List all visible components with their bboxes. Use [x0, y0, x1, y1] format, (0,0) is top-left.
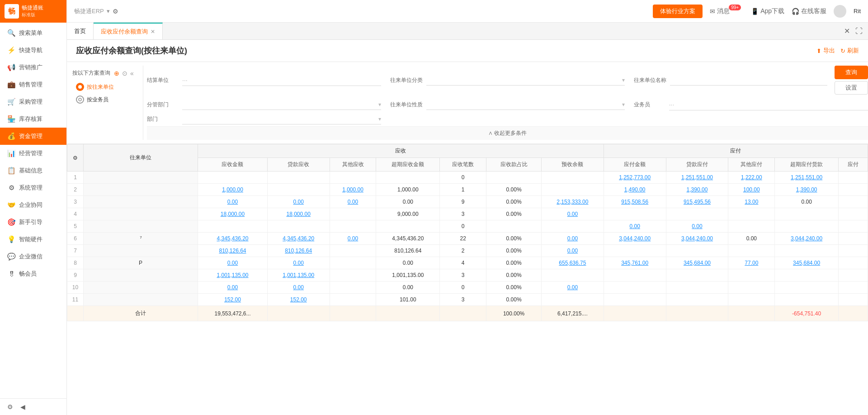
- dept2-select[interactable]: ▾: [182, 114, 381, 124]
- sidebar-item-basicinfo[interactable]: 📋 基础信息: [0, 162, 66, 179]
- pay-other-cell[interactable]: 100.00: [728, 184, 775, 196]
- tab-receivable[interactable]: 应收应付余额查询 ✕: [94, 23, 163, 39]
- settlement-input[interactable]: ···: [182, 75, 381, 86]
- collapse-btn[interactable]: ◀: [20, 403, 25, 410]
- tab-fullscreen-btn[interactable]: ⛶: [855, 27, 863, 35]
- unitname-input[interactable]: [670, 75, 827, 86]
- filter-collapse-btn[interactable]: «: [130, 70, 134, 77]
- rec-loan-cell[interactable]: 0.00: [267, 257, 330, 269]
- filter-add-btn[interactable]: ⊕: [114, 70, 119, 77]
- sidebar-item-operations[interactable]: 📊 经营管理: [0, 145, 66, 162]
- rec-amount-cell[interactable]: 1,000.00: [198, 184, 268, 196]
- collapse-more-btn[interactable]: ∧ 收起更多条件: [147, 126, 868, 140]
- sidebar-item-system[interactable]: ⚙ 系统管理: [0, 179, 66, 196]
- rec-other-cell[interactable]: 1,000.00: [330, 184, 376, 196]
- sidebar-item-guide[interactable]: 🎯 新手引导: [0, 214, 66, 231]
- rec-loan-cell[interactable]: 4,345,436.20: [267, 233, 330, 245]
- pay-other-cell[interactable]: 77.00: [728, 257, 775, 269]
- finance-icon: 💰: [7, 132, 15, 140]
- rec-loan-cell[interactable]: 0.00: [267, 281, 330, 294]
- pay-amount-cell[interactable]: 1,490.00: [604, 184, 666, 196]
- filter-option-unit[interactable]: 按往来单位: [72, 81, 134, 93]
- row-num: 10: [67, 281, 84, 294]
- pay-loan-cell[interactable]: 915,495.56: [666, 196, 728, 208]
- rec-loan-cell[interactable]: 18,000.00: [267, 208, 330, 220]
- sidebar-item-quicknav[interactable]: ⚡ 快捷导航: [0, 42, 66, 59]
- rec-advance-cell[interactable]: 2,153,333.00: [541, 196, 604, 208]
- pay-suffix-cell: [839, 257, 868, 269]
- nature-select[interactable]: ▾: [426, 100, 624, 110]
- rec-amount-cell[interactable]: 0.00: [198, 281, 268, 294]
- rec-other-cell[interactable]: 0.00: [330, 196, 376, 208]
- sidebar-item-finance[interactable]: 💰 资金管理: [0, 128, 66, 145]
- query-btn[interactable]: 查询: [835, 66, 868, 79]
- pay-amount-cell[interactable]: 915,508.56: [604, 196, 666, 208]
- rec-amount-cell[interactable]: 4,345,436.20: [198, 233, 268, 245]
- pay-other-cell[interactable]: 13.00: [728, 196, 775, 208]
- sidebar-item-marketing[interactable]: 📢 营销推广: [0, 59, 66, 76]
- settings-btn[interactable]: ⚙: [7, 403, 13, 410]
- sidebar-item-purchase[interactable]: 🛒 采购管理: [0, 93, 66, 110]
- dept-manage-select[interactable]: ▾: [182, 100, 381, 110]
- messages-btn[interactable]: ✉ 消息 99+: [710, 7, 744, 15]
- col-pay-amount: 应付金额: [604, 158, 666, 172]
- sidebar-item-inventory[interactable]: 🏪 库存核算: [0, 110, 66, 128]
- pay-amount-cell[interactable]: 0.00: [604, 220, 666, 233]
- rec-advance-cell[interactable]: 655,636.75: [541, 257, 604, 269]
- pay-overdue-cell[interactable]: 345,684.00: [775, 257, 839, 269]
- pay-loan-cell[interactable]: 345,684.00: [666, 257, 728, 269]
- filter-option-salesman[interactable]: 按业务员: [72, 93, 134, 106]
- tab-close-btn[interactable]: ✕: [151, 29, 155, 35]
- rec-advance-cell[interactable]: 0.00: [541, 281, 604, 294]
- pay-loan-cell[interactable]: 1,390.00: [666, 184, 728, 196]
- pay-loan-cell[interactable]: 1,251,551.00: [666, 172, 728, 184]
- sidebar-item-member[interactable]: 🎖 畅会员: [0, 265, 66, 282]
- sidebar-item-search-label: 搜索菜单: [19, 29, 42, 37]
- pay-amount-cell[interactable]: 1,252,773.00: [604, 172, 666, 184]
- rec-amount-cell[interactable]: 810,126.64: [198, 245, 268, 257]
- col-settings[interactable]: ⚙: [67, 144, 84, 172]
- pay-loan-cell[interactable]: 3,044,240.00: [666, 233, 728, 245]
- salesman-input[interactable]: ···: [669, 99, 868, 110]
- rec-advance-cell[interactable]: 0.00: [541, 208, 604, 220]
- topbar-gear-btn[interactable]: ⚙: [113, 8, 118, 15]
- pay-amount-cell[interactable]: 3,044,240.00: [604, 233, 666, 245]
- table-container[interactable]: ⚙ 往来单位 应收 应付 应收金额 贷款应收 其他应收 超期应收金额 应收笔数 …: [67, 144, 868, 415]
- rec-loan-cell[interactable]: 810,126.64: [267, 245, 330, 257]
- refresh-btn[interactable]: ↻ 刷新: [840, 47, 859, 55]
- industry-btn[interactable]: 体验行业方案: [653, 5, 703, 18]
- tab-home[interactable]: 首页: [67, 23, 94, 39]
- rec-amount-cell[interactable]: 18,000.00: [198, 208, 268, 220]
- pay-other-cell[interactable]: 1,222.00: [728, 172, 775, 184]
- pay-overdue-cell[interactable]: 1,251,551.00: [775, 172, 839, 184]
- sidebar-item-collab[interactable]: 🤝 企业协同: [0, 196, 66, 214]
- rec-other-cell[interactable]: 0.00: [330, 233, 376, 245]
- setting-btn[interactable]: 设置: [835, 81, 868, 95]
- rec-loan-cell[interactable]: 0.00: [267, 196, 330, 208]
- export-btn[interactable]: ⬆ 导出: [816, 47, 835, 55]
- pay-amount-cell[interactable]: 345,761.00: [604, 257, 666, 269]
- pay-overdue-cell[interactable]: 3,044,240.00: [775, 233, 839, 245]
- rec-advance-cell[interactable]: 0.00: [541, 245, 604, 257]
- rec-amount-cell[interactable]: 0.00: [198, 196, 268, 208]
- filter-field-nature: 往来单位性质 ▾: [390, 99, 624, 110]
- sidebar-item-search[interactable]: 🔍 搜索菜单: [0, 24, 66, 42]
- sidebar-item-sales[interactable]: 💼 销售管理: [0, 76, 66, 93]
- rec-amount-cell[interactable]: 152.00: [198, 294, 268, 306]
- tab-close-window-btn[interactable]: ✕: [844, 27, 850, 35]
- rec-amount-cell[interactable]: 1,001,135.00: [198, 269, 268, 281]
- rec-loan-cell[interactable]: 152.00: [267, 294, 330, 306]
- online-service-btn[interactable]: 🎧 在线客服: [792, 7, 826, 15]
- partner-cell: [84, 281, 198, 294]
- rec-advance-cell[interactable]: 0.00: [541, 233, 604, 245]
- sidebar-item-hardware[interactable]: 💡 智能硬件: [0, 231, 66, 248]
- pay-overdue-cell[interactable]: 1,390.00: [775, 184, 839, 196]
- app-download-btn[interactable]: 📱 App下载: [751, 7, 784, 15]
- rec-amount-cell[interactable]: 0.00: [198, 257, 268, 269]
- pay-loan-cell[interactable]: 0.00: [666, 220, 728, 233]
- rec-loan-cell[interactable]: 1,001,135.00: [267, 269, 330, 281]
- category-select[interactable]: ▾: [426, 75, 624, 86]
- rec-other-cell: [330, 172, 376, 184]
- filter-target-btn[interactable]: ⊙: [122, 70, 127, 77]
- sidebar-item-wechat[interactable]: 💬 企业微信: [0, 248, 66, 265]
